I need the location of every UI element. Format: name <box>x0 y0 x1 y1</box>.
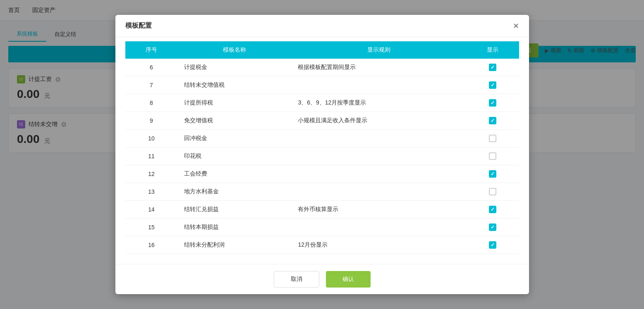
cell-checkbox <box>467 76 519 94</box>
cell-id: 12 <box>125 165 178 183</box>
cell-rule <box>291 165 466 183</box>
checkbox-12[interactable] <box>489 170 496 178</box>
modal-footer: 取消 确认 <box>115 264 529 294</box>
cell-checkbox <box>467 183 519 201</box>
modal-close-button[interactable]: ✕ <box>513 22 519 30</box>
cell-rule <box>291 76 466 94</box>
cell-id: 15 <box>125 219 178 236</box>
confirm-button[interactable]: 确认 <box>326 271 371 288</box>
cell-checkbox <box>467 236 519 254</box>
cell-checkbox <box>467 94 519 112</box>
table-row: 15结转本期损益 <box>125 219 519 236</box>
checkbox-13[interactable] <box>489 188 496 195</box>
cell-rule: 3、6、9、12月按季度显示 <box>291 94 466 112</box>
col-header-show: 显示 <box>467 41 519 59</box>
col-header-id: 序号 <box>125 41 178 59</box>
cell-name: 结转汇兑损益 <box>177 201 291 219</box>
cell-id: 7 <box>125 76 178 94</box>
cell-id: 16 <box>125 236 178 254</box>
cell-name: 回冲税金 <box>177 130 291 147</box>
cell-checkbox <box>467 201 519 219</box>
cell-rule: 根据模板配置期间显示 <box>291 59 466 76</box>
cell-rule <box>291 147 466 165</box>
cell-checkbox <box>467 112 519 130</box>
cell-id: 8 <box>125 94 178 112</box>
checkbox-16[interactable] <box>489 241 496 249</box>
table-row: 6计提税金根据模板配置期间显示 <box>125 59 519 76</box>
checkbox-7[interactable] <box>489 81 496 89</box>
cell-id: 11 <box>125 147 178 165</box>
cell-id: 13 <box>125 183 178 201</box>
checkbox-9[interactable] <box>489 117 496 124</box>
checkbox-15[interactable] <box>489 223 496 231</box>
config-table: 序号 模板名称 显示规则 显示 6计提税金根据模板配置期间显示7结转未交增值税8… <box>125 41 519 254</box>
table-row: 8计提所得税3、6、9、12月按季度显示 <box>125 94 519 112</box>
table-header-row: 序号 模板名称 显示规则 显示 <box>125 41 519 59</box>
table-body: 6计提税金根据模板配置期间显示7结转未交增值税8计提所得税3、6、9、12月按季… <box>125 59 519 254</box>
cell-rule: 小规模且满足收入条件显示 <box>291 112 466 130</box>
background-page: 首页 固定资产 系统模板 自定义结 测算金额 ▶ 视频 ↻ 刷新 ⚙ 模板配置 <box>0 0 644 309</box>
cell-name: 地方水利基金 <box>177 183 291 201</box>
table-row: 16结转未分配利润12月份显示 <box>125 236 519 254</box>
cell-name: 结转未分配利润 <box>177 236 291 254</box>
modal-title: 模板配置 <box>125 21 152 30</box>
cell-name: 计提所得税 <box>177 94 291 112</box>
cell-name: 计提税金 <box>177 59 291 76</box>
cell-name: 工会经费 <box>177 165 291 183</box>
modal-header: 模板配置 ✕ <box>115 15 529 37</box>
col-header-rule: 显示规则 <box>291 41 466 59</box>
checkbox-8[interactable] <box>489 99 496 107</box>
table-row: 14结转汇兑损益有外币核算显示 <box>125 201 519 219</box>
cell-name: 印花税 <box>177 147 291 165</box>
table-row: 10回冲税金 <box>125 130 519 147</box>
checkbox-10[interactable] <box>489 135 496 142</box>
cell-checkbox <box>467 165 519 183</box>
modal-body: 序号 模板名称 显示规则 显示 6计提税金根据模板配置期间显示7结转未交增值税8… <box>115 37 529 264</box>
checkbox-14[interactable] <box>489 206 496 213</box>
cell-rule: 12月份显示 <box>291 236 466 254</box>
cell-name: 结转本期损益 <box>177 219 291 236</box>
col-header-name: 模板名称 <box>177 41 291 59</box>
checkbox-11[interactable] <box>489 152 496 160</box>
cell-name: 免交增值税 <box>177 112 291 130</box>
cell-id: 9 <box>125 112 178 130</box>
cell-rule: 有外币核算显示 <box>291 201 466 219</box>
modal-overlay: 模板配置 ✕ 序号 模板名称 显示规则 显示 6计提税金根据模板配置期间 <box>0 0 644 309</box>
checkbox-6[interactable] <box>489 64 496 71</box>
cell-id: 14 <box>125 201 178 219</box>
table-row: 11印花税 <box>125 147 519 165</box>
cell-checkbox <box>467 130 519 147</box>
cell-id: 10 <box>125 130 178 147</box>
cell-checkbox <box>467 59 519 76</box>
table-row: 7结转未交增值税 <box>125 76 519 94</box>
cell-rule <box>291 219 466 236</box>
modal-template-config: 模板配置 ✕ 序号 模板名称 显示规则 显示 6计提税金根据模板配置期间 <box>115 15 529 294</box>
cell-rule <box>291 183 466 201</box>
cell-rule <box>291 130 466 147</box>
cell-checkbox <box>467 147 519 165</box>
cancel-button[interactable]: 取消 <box>274 271 319 288</box>
cell-id: 6 <box>125 59 178 76</box>
cell-checkbox <box>467 219 519 236</box>
table-row: 9免交增值税小规模且满足收入条件显示 <box>125 112 519 130</box>
cell-name: 结转未交增值税 <box>177 76 291 94</box>
table-row: 13地方水利基金 <box>125 183 519 201</box>
table-row: 12工会经费 <box>125 165 519 183</box>
